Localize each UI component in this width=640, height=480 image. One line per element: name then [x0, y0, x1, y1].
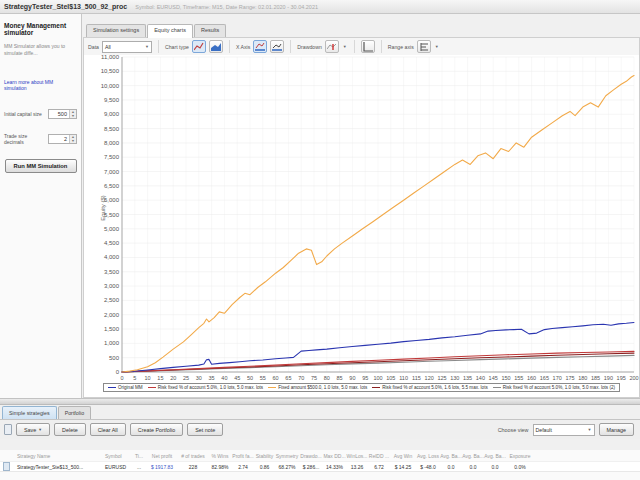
trade-decimals-input[interactable]: 2 ▲▼: [48, 134, 77, 144]
tab-equity-charts[interactable]: Equity charts: [147, 24, 193, 38]
table-cell: ...: [132, 464, 146, 470]
y-tick-label: 2,000: [104, 312, 120, 318]
table-row[interactable]: StrategyTester_Ste$13_500...EURUSD...$ 1…: [0, 461, 640, 472]
run-mm-simulation-button[interactable]: Run MM Simulation: [5, 159, 77, 173]
y-tick-label: 7,000: [104, 169, 120, 175]
set-note-button[interactable]: Set note: [187, 423, 223, 436]
clear-all-button[interactable]: Clear All: [90, 423, 126, 436]
legend-dash-icon: [148, 387, 156, 388]
column-header[interactable]: WinLos...: [346, 453, 368, 459]
manage-button[interactable]: Manage: [599, 423, 634, 436]
legend-item: Risk fixed % of account 5.0%, 1.0 lots, …: [148, 385, 263, 390]
x-tick-label: 120: [425, 375, 434, 381]
column-header[interactable]: Symmetry: [275, 453, 299, 459]
column-header[interactable]: % Wins: [208, 453, 232, 459]
trade-decimals-label: Trade size decimals: [4, 133, 48, 145]
table-cell: 0.0: [484, 464, 506, 470]
x-axis-trades-button[interactable]: [253, 40, 267, 53]
range-axis-dropdown-caret[interactable]: ▼: [434, 44, 440, 49]
column-header[interactable]: Net profit: [146, 453, 178, 459]
trade-decimals-field-row: Trade size decimals 2 ▲▼: [4, 133, 77, 145]
column-header[interactable]: Avg. Ba...: [440, 453, 462, 459]
column-header[interactable]: Strategy Name: [14, 453, 102, 459]
chart-type-line-button[interactable]: [192, 40, 206, 53]
column-header[interactable]: Drawdo...: [299, 453, 323, 459]
drawdown-label: Drawdown: [297, 44, 322, 50]
tab-simple-strategies[interactable]: Simple strategies: [2, 406, 57, 419]
column-header[interactable]: Ti...: [132, 453, 146, 459]
title-bar: StrategyTester_Stel$13_500_92_proc Symbo…: [0, 0, 640, 14]
delete-button[interactable]: Delete: [54, 423, 86, 436]
y-tick-label: 10,000: [101, 83, 120, 89]
table-body: StrategyTester_Ste$13_500...EURUSD...$ 1…: [0, 461, 640, 472]
column-header[interactable]: # of trades: [178, 453, 208, 459]
drawdown-dropdown-caret[interactable]: ▼: [342, 44, 348, 49]
column-header[interactable]: Stability: [254, 453, 275, 459]
legend-box: Original MMRisk fixed % of account 5.0%,…: [103, 383, 620, 392]
x-tick-label: 15: [157, 375, 163, 381]
chart-type-label: Chart type: [165, 44, 189, 50]
step-down-icon[interactable]: ▼: [70, 139, 76, 143]
horizontal-splitter[interactable]: [0, 398, 640, 405]
x-tick-label: 195: [617, 375, 626, 381]
strategy-doc-icon: [3, 462, 10, 471]
toolbar-divider: [381, 40, 382, 53]
data-label: Data: [88, 44, 99, 50]
tab-results[interactable]: Results: [194, 24, 226, 37]
save-button[interactable]: Save▼: [16, 423, 50, 436]
trade-decimals-value[interactable]: 2: [49, 135, 69, 143]
learn-more-link[interactable]: Learn more about MM simulation: [4, 79, 77, 91]
strategies-toolbar: Save▼ Delete Clear All Create Portfolio …: [0, 419, 640, 439]
view-select-value: Default: [536, 427, 552, 433]
legend-dash-icon: [493, 387, 501, 388]
drawdown-button[interactable]: [325, 40, 339, 53]
tab-portfolio[interactable]: Portfolio: [58, 406, 91, 419]
x-tick-label: 75: [311, 375, 317, 381]
data-select[interactable]: All ▼: [102, 41, 152, 53]
column-header[interactable]: Avg Win: [390, 453, 416, 459]
table-cell: 0.0: [440, 464, 462, 470]
column-header[interactable]: Avg. Ba...: [462, 453, 484, 459]
step-down-icon[interactable]: ▼: [70, 114, 76, 118]
column-header[interactable]: Exposure: [506, 453, 534, 459]
legend-label: Fixed amount $500.0, 1.0 lots, 5.0 max. …: [278, 385, 367, 390]
column-header[interactable]: Avg. Ba...: [484, 453, 506, 459]
initial-capital-input[interactable]: 500 ▲▼: [48, 109, 77, 119]
legend-dash-icon: [372, 387, 380, 388]
x-tick-label: 185: [591, 375, 600, 381]
trade-decimals-stepper[interactable]: ▲▼: [69, 135, 76, 143]
create-portfolio-button[interactable]: Create Portfolio: [130, 423, 183, 436]
axis-scale-button[interactable]: [361, 40, 375, 53]
x-tick-label: 125: [437, 375, 446, 381]
table-cell: $ 14.25: [390, 464, 416, 470]
window-title: StrategyTester_Stel$13_500_92_proc: [4, 3, 127, 10]
column-header[interactable]: RelDD ...: [368, 453, 390, 459]
x-axis-time-button[interactable]: [270, 40, 284, 53]
range-axis-button[interactable]: [417, 40, 431, 53]
x-tick-label: 70: [298, 375, 304, 381]
x-tick-label: 0: [120, 375, 123, 381]
chevron-down-icon: ▼: [38, 428, 42, 432]
initial-capital-value[interactable]: 500: [49, 110, 69, 118]
mm-simulator-panel: Money Management simulator MM Simulator …: [0, 14, 82, 398]
y-tick-label: 8,500: [104, 126, 120, 132]
x-tick-label: 25: [183, 375, 189, 381]
line-chart-icon: [194, 42, 204, 51]
column-header[interactable]: Symbol: [102, 453, 132, 459]
initial-capital-stepper[interactable]: ▲▼: [69, 110, 76, 118]
table-cell: $ 1917.83: [146, 464, 178, 470]
x-tick-label: 20: [170, 375, 176, 381]
table-cell: 14.33%: [323, 464, 346, 470]
column-header[interactable]: Avg. Loss: [416, 453, 440, 459]
column-header[interactable]: Max DD...: [323, 453, 346, 459]
y-tick-label: 4,500: [104, 240, 120, 246]
strategies-panel: Simple strategies Portfolio Save▼ Delete…: [0, 405, 640, 480]
x-tick-label: 170: [553, 375, 562, 381]
tab-simulation-settings[interactable]: Simulation settings: [86, 24, 146, 37]
clipboard-icon[interactable]: [4, 424, 12, 435]
equity-chart: Equity ($) 05001,0001,5002,0002,5003,000…: [83, 55, 640, 398]
chart-type-area-button[interactable]: [209, 40, 223, 53]
equity-chart-svg[interactable]: 05001,0001,5002,0002,5003,0003,5004,0004…: [84, 55, 639, 381]
view-select[interactable]: Default ▼: [533, 424, 595, 436]
column-header[interactable]: Profit fa...: [232, 453, 254, 459]
